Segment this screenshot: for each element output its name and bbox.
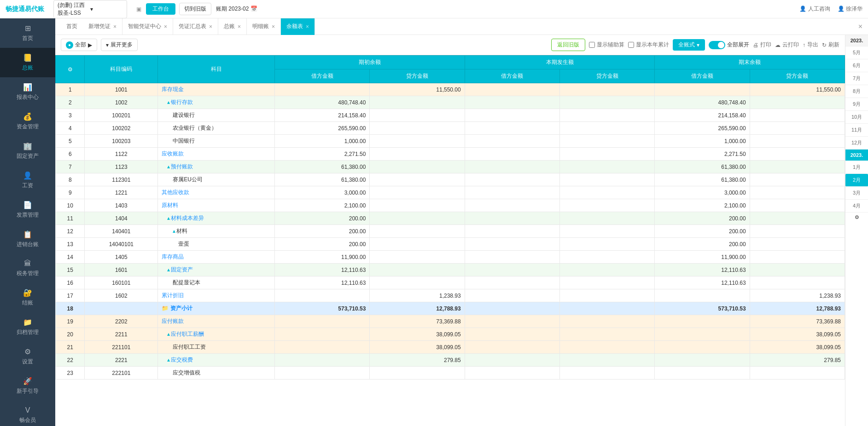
row-name[interactable]: ▴固定资产 (158, 264, 275, 276)
toggle-switch-control[interactable] (709, 41, 725, 49)
tab-smart-voucher-close[interactable]: × (164, 23, 167, 30)
table-row[interactable]: 171602累计折旧1,238.931,238.93 (56, 289, 845, 302)
table-row[interactable]: 101403原材料2,100.002,100.00 (56, 199, 845, 212)
table-row[interactable]: 5100203中国银行1,000.001,000.00 (56, 135, 845, 148)
right-panel-month-10[interactable]: 10月 (845, 111, 868, 124)
table-row[interactable]: 16160101配提显记本12,110.6312,110.63 (56, 276, 845, 289)
sidebar-item-archive[interactable]: 📁 归档管理 (0, 312, 55, 342)
right-panel-month-3[interactable]: 3月 (845, 187, 868, 200)
account-link[interactable]: 应付账款 (162, 318, 184, 324)
table-row[interactable]: 18📁资产小计573,710.5312,788.93573,710.5312,7… (56, 302, 845, 315)
table-row[interactable]: 23222101应交增值税 (56, 367, 845, 380)
expand-icon[interactable]: ▴ (167, 215, 170, 221)
tab-detail-close[interactable]: × (272, 23, 275, 30)
row-name[interactable]: ▴银行存款 (158, 96, 275, 109)
row-name[interactable]: 壹蛋 (158, 238, 275, 251)
right-panel-month-1[interactable]: 1月 (845, 161, 868, 174)
table-row[interactable]: 1314040101壹蛋200.00200.00 (56, 238, 845, 251)
print-button[interactable]: 🖨 打印 (753, 41, 771, 49)
expand-icon[interactable]: ▴ (167, 331, 170, 337)
right-panel-month-2[interactable]: 2月 (845, 174, 868, 187)
show-auxiliary-checkbox[interactable]: 显示辅助算 (589, 41, 624, 49)
ytd-checkbox-input[interactable] (628, 42, 634, 48)
full-style-button[interactable]: 全账式 ▾ (673, 39, 705, 51)
tab-detail[interactable]: 明细账 × (247, 18, 281, 35)
settings-column-header[interactable]: ⚙ (56, 56, 85, 83)
table-row[interactable]: 192202应付账款73,369.8873,369.88 (56, 315, 845, 328)
tab-new-voucher-close[interactable]: × (113, 23, 117, 30)
right-panel-year-2023-prev[interactable]: 2023. (845, 35, 868, 46)
row-name[interactable]: 其他应收款 (158, 186, 275, 199)
account-link[interactable]: 银行存款 (171, 99, 193, 105)
sidebar-item-capital[interactable]: 💰 资金管理 (0, 107, 55, 136)
sidebar-item-member[interactable]: V 畅会员 (0, 401, 55, 426)
row-name[interactable]: ▴应交税费 (158, 354, 275, 367)
right-panel-year-2023-current[interactable]: 2023. (845, 150, 868, 161)
table-row[interactable]: 11001库存现金11,550.0011,550.00 (56, 83, 845, 96)
workbench-button[interactable]: 工作台 (146, 3, 175, 15)
row-name[interactable]: 应付账款 (158, 315, 275, 328)
consultant-button[interactable]: 👤 人工咨询 (799, 5, 830, 13)
right-panel-month-12[interactable]: 12月 (845, 137, 868, 150)
expand-icon[interactable]: ▴ (173, 228, 175, 234)
right-panel-month-6[interactable]: 6月 (845, 59, 868, 72)
right-panel-month-11[interactable]: 11月 (845, 124, 868, 137)
row-name[interactable]: 📁资产小计 (158, 302, 275, 315)
row-name[interactable]: 中国银行 (158, 135, 275, 148)
row-name[interactable]: ▴预付账款 (158, 161, 275, 173)
table-row[interactable]: 71123▴预付账款61,380.0061,380.00 (56, 161, 845, 173)
calendar-icon[interactable]: 📅 (250, 6, 257, 12)
row-name[interactable]: 库存现金 (158, 83, 275, 96)
table-row[interactable]: 151601▴固定资产12,110.6312,110.63 (56, 264, 845, 276)
company-selector[interactable]: (勿删) 江西股圣-LSS ▾ (53, 0, 127, 18)
table-row[interactable]: 21221101应付职工工资38,099.0538,099.05 (56, 341, 845, 354)
right-panel-month-5[interactable]: 5月 (845, 46, 868, 59)
account-link[interactable]: 应付职工薪酬 (171, 331, 204, 337)
tab-ledger[interactable]: 总账 × (218, 18, 247, 35)
sidebar-item-tax[interactable]: 🏛 税务管理 (0, 254, 55, 283)
sidebar-item-guide[interactable]: 🚀 新手引导 (0, 371, 55, 401)
sidebar-item-salary[interactable]: 👤 工资 (0, 166, 55, 195)
account-link[interactable]: 材料成本差异 (171, 215, 204, 221)
tab-home[interactable]: 首页 (61, 18, 83, 35)
sidebar-item-report[interactable]: 📊 报表中心 (0, 77, 55, 107)
row-name[interactable]: ▴材料 (158, 225, 275, 238)
sidebar-item-invoice[interactable]: 📄 发票管理 (0, 195, 55, 225)
tab-ledger-close[interactable]: × (238, 23, 241, 30)
show-ytd-checkbox[interactable]: 显示本年累计 (628, 41, 669, 49)
table-row[interactable]: 202211▴应付职工薪酬38,099.0538,099.05 (56, 328, 845, 341)
return-old-button[interactable]: 返回旧版 (551, 39, 585, 51)
row-name[interactable]: 库存商品 (158, 251, 275, 264)
table-row[interactable]: 111404▴材料成本差异200.00200.00 (56, 212, 845, 225)
row-name[interactable]: ▴应付职工薪酬 (158, 328, 275, 341)
account-link[interactable]: 应交税费 (171, 357, 193, 363)
filter-all-button[interactable]: ● 全部 ▶ (61, 39, 97, 51)
sidebar-item-assets[interactable]: 🏢 固定资产 (0, 136, 55, 166)
account-link[interactable]: 应收账款 (162, 150, 184, 157)
row-name[interactable]: ▴材料成本差异 (158, 212, 275, 225)
right-panel-settings-icon[interactable]: ⚙ (845, 213, 868, 222)
account-link[interactable]: 原材料 (162, 202, 178, 208)
sidebar-item-ledger[interactable]: 📒 总账 (0, 48, 55, 77)
account-link[interactable]: 库存现金 (162, 86, 184, 92)
tab-voucher-summary-close[interactable]: × (209, 23, 212, 30)
sidebar-item-settings[interactable]: ⚙ 设置 (0, 342, 55, 371)
tab-balance[interactable]: 余额表 × (281, 18, 315, 35)
expand-all-toggle[interactable]: 全部展开 (709, 41, 749, 49)
settings-gear-icon[interactable]: ⚙ (68, 66, 73, 73)
right-panel-month-9[interactable]: 9月 (845, 98, 868, 111)
account-link[interactable]: 累计折旧 (162, 292, 184, 299)
switch-old-button[interactable]: 切到旧版 (179, 3, 211, 15)
row-name[interactable]: 配提显记本 (158, 276, 275, 289)
row-name[interactable]: 应交增值税 (158, 367, 275, 380)
tab-voucher-summary[interactable]: 凭证汇总表 × (173, 18, 218, 35)
table-row[interactable]: 61122应收账款2,271.502,271.50 (56, 148, 845, 161)
expand-more-button[interactable]: ▾ 展开更多 (101, 39, 138, 51)
right-panel-month-7[interactable]: 7月 (845, 72, 868, 85)
tab-new-voucher[interactable]: 新增凭证 × (83, 18, 122, 35)
table-row[interactable]: 4100202农业银行（黄金）265,590.00265,590.00 (56, 122, 845, 135)
right-panel-month-4[interactable]: 4月 (845, 200, 868, 213)
account-link[interactable]: 资产小计 (170, 305, 192, 311)
row-name[interactable]: 原材料 (158, 199, 275, 212)
file-icon[interactable]: ▣ (136, 6, 141, 12)
